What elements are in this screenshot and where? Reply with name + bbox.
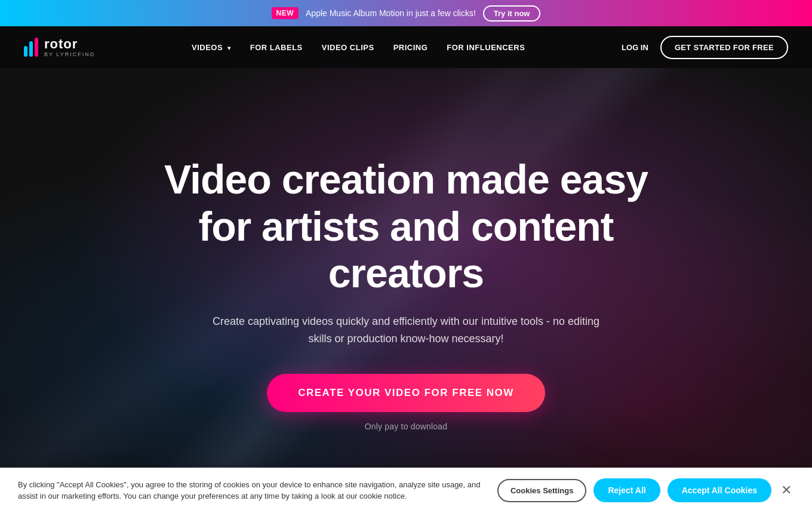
nav-item-videos[interactable]: VIDEOS ▾ <box>192 42 231 53</box>
navbar: rotor BY LYRICFIND VIDEOS ▾ FOR LABELS V… <box>0 26 812 68</box>
accept-all-cookies-button[interactable]: Accept All Cookies <box>668 478 771 495</box>
nav-link-influencers[interactable]: FOR INFLUENCERS <box>447 43 525 52</box>
nav-link-videos[interactable]: VIDEOS ▾ <box>192 43 231 52</box>
nav-link-labels[interactable]: FOR LABELS <box>250 43 303 52</box>
hero-section: Video creation made easy for artists and… <box>0 68 812 495</box>
hero-content: Video creation made easy for artists and… <box>140 132 672 431</box>
close-cookie-button[interactable]: ✕ <box>779 484 794 495</box>
try-it-now-button[interactable]: Try it now <box>483 5 541 21</box>
cookies-settings-button[interactable]: Cookies Settings <box>497 479 586 496</box>
nav-item-influencers[interactable]: FOR INFLUENCERS <box>447 42 525 53</box>
logo-bar-3 <box>35 38 38 57</box>
logo-bar-1 <box>24 46 27 57</box>
cta-button[interactable]: CREATE YOUR VIDEO FOR FREE NOW <box>267 374 545 412</box>
nav-link-videoclips[interactable]: VIDEO CLIPS <box>322 43 374 52</box>
nav-item-pricing[interactable]: PRICING <box>393 42 428 53</box>
cookie-text: By clicking "Accept All Cookies", you ag… <box>18 479 485 496</box>
reject-all-button[interactable]: Reject All <box>593 478 660 495</box>
login-link[interactable]: LOG IN <box>622 43 648 52</box>
banner-text: Apple Music Album Motion in just a few c… <box>306 8 476 18</box>
hero-subtitle: Create captivating videos quickly and ef… <box>203 313 609 348</box>
logo-bar-2 <box>29 41 33 57</box>
nav-right: LOG IN GET STARTED FOR FREE <box>622 36 788 59</box>
logo-icon <box>24 38 38 57</box>
nav-item-videoclips[interactable]: VIDEO CLIPS <box>322 42 374 53</box>
nav-link-pricing[interactable]: PRICING <box>393 43 428 52</box>
logo-text: rotor BY LYRICFIND <box>44 38 95 57</box>
logo-sub: BY LYRICFIND <box>44 52 95 57</box>
nav-links: VIDEOS ▾ FOR LABELS VIDEO CLIPS PRICING … <box>192 42 525 53</box>
logo-rotor: rotor <box>44 38 95 51</box>
new-badge: NEW <box>272 7 299 19</box>
hero-title: Video creation made easy for artists and… <box>152 156 660 296</box>
cookie-banner: By clicking "Accept All Cookies", you ag… <box>0 468 812 495</box>
nav-item-labels[interactable]: FOR LABELS <box>250 42 303 53</box>
logo-link[interactable]: rotor BY LYRICFIND <box>24 38 95 57</box>
get-started-button[interactable]: GET STARTED FOR FREE <box>660 36 788 59</box>
chevron-down-icon: ▾ <box>227 45 231 51</box>
cookie-actions: Cookies Settings Reject All Accept All C… <box>497 478 794 495</box>
cta-subtext: Only pay to download <box>365 422 448 431</box>
top-banner: NEW Apple Music Album Motion in just a f… <box>0 0 812 26</box>
